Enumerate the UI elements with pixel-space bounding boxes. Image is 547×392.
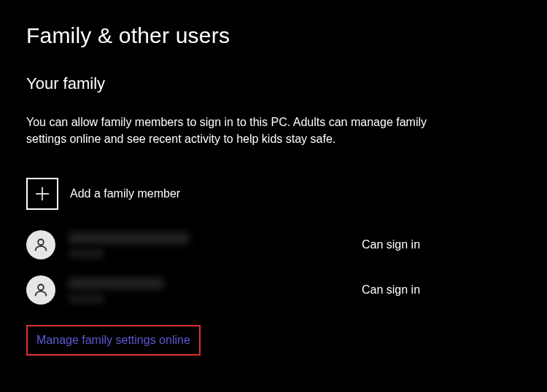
svg-point-2 [38, 240, 44, 246]
section-description: You can allow family members to sign in … [26, 114, 435, 147]
avatar [26, 275, 55, 305]
avatar [26, 230, 55, 259]
member-info [69, 232, 362, 258]
member-role-redacted [69, 249, 104, 258]
svg-point-3 [38, 285, 44, 291]
add-family-member-label: Add a family member [70, 187, 180, 200]
section-your-family-heading: Your family [26, 74, 521, 93]
member-status: Can sign in [362, 283, 435, 297]
member-status: Can sign in [362, 238, 435, 251]
plus-icon [26, 178, 58, 210]
member-name-redacted [69, 232, 189, 244]
page-title: Family & other users [26, 23, 521, 48]
person-icon [33, 237, 49, 253]
member-info [69, 278, 362, 303]
family-member-row[interactable]: Can sign in [26, 275, 435, 305]
highlight-box: Manage family settings online [26, 325, 201, 356]
family-member-row[interactable]: Can sign in [26, 230, 435, 259]
member-name-redacted [69, 278, 163, 289]
manage-family-settings-online-link[interactable]: Manage family settings online [36, 334, 190, 346]
person-icon [33, 282, 49, 298]
add-family-member-button[interactable]: Add a family member [26, 178, 521, 210]
member-role-redacted [69, 294, 104, 303]
